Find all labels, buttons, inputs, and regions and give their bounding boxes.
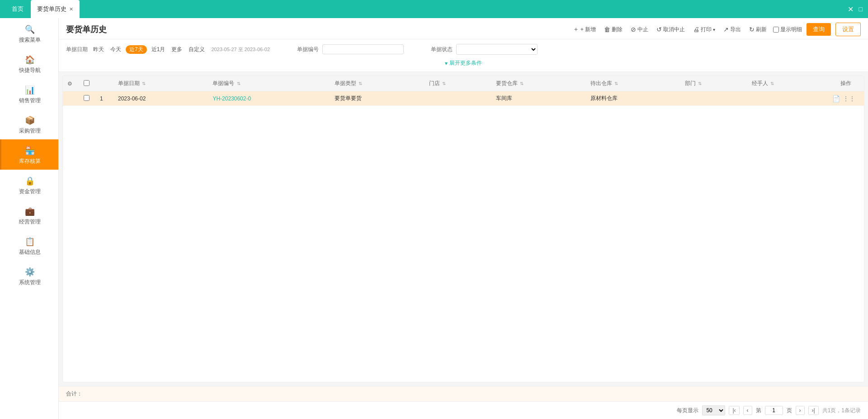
- export-icon: ↗: [723, 26, 729, 33]
- sort-doc-type-icon[interactable]: ⇅: [359, 81, 362, 86]
- prev-page-button[interactable]: ‹: [743, 406, 752, 415]
- total-info: 共1页，1条记录: [822, 407, 861, 414]
- date-btn-1month[interactable]: 近1月: [150, 45, 167, 54]
- page-size-label: 每页显示: [677, 407, 698, 414]
- sidebar-item-label: 搜索菜单: [19, 36, 41, 44]
- pagination: 每页显示 20 50 100 200 |‹ ‹ 第 页 › ›| 共1页，1条记…: [59, 401, 868, 419]
- select-all-checkbox[interactable]: [84, 80, 90, 86]
- sort-doc-no-icon[interactable]: ⇅: [237, 81, 241, 86]
- first-page-button[interactable]: |‹: [729, 406, 739, 415]
- row-checkbox[interactable]: [84, 95, 90, 101]
- sort-doc-date-icon[interactable]: ⇅: [142, 81, 146, 86]
- cancel-stop-icon: ↺: [656, 26, 662, 33]
- doc-no-input[interactable]: [322, 44, 404, 54]
- status-label: 单据状态: [431, 46, 453, 53]
- row-actions: 📄 ⋮⋮: [832, 95, 859, 102]
- refresh-button[interactable]: ↻ 刷新: [747, 25, 769, 34]
- sidebar-item-search-menu[interactable]: 🔍 搜索菜单: [0, 18, 58, 48]
- sidebar-item-ops-mgmt[interactable]: 💼 经营管理: [0, 200, 58, 230]
- table-area: ⚙ 单据日期 ⇅ 单据编号 ⇅: [62, 76, 864, 382]
- delete-button[interactable]: 🗑 删除: [602, 25, 624, 34]
- settings-gear-icon[interactable]: ⚙: [67, 81, 72, 87]
- cancel-stop-button[interactable]: ↺ 取消中止: [655, 25, 687, 34]
- td-settings: [63, 91, 79, 106]
- sidebar-item-finance-mgmt[interactable]: 🔒 资金管理: [0, 170, 58, 200]
- query-button[interactable]: 查询: [807, 23, 831, 36]
- plus-icon: ＋: [573, 25, 579, 33]
- more-action-icon[interactable]: ⋮⋮: [843, 95, 855, 102]
- sort-handler-icon[interactable]: ⇅: [770, 81, 774, 86]
- print-icon: 🖨: [693, 26, 699, 33]
- th-checkbox: [79, 76, 95, 91]
- window-maximize-icon[interactable]: □: [859, 5, 863, 13]
- layout: 🔍 搜索菜单 🏠 快捷导航 📊 销售管理 📦 采购管理 🏪 库存核算 🔒 资金管…: [0, 18, 868, 419]
- sidebar-item-label: 销售管理: [19, 97, 41, 105]
- window-close-icon[interactable]: ✕: [848, 5, 854, 14]
- purchase-mgmt-icon: 📦: [25, 115, 35, 125]
- tab-close-icon[interactable]: ✕: [69, 6, 73, 12]
- summary-label: 合计：: [66, 390, 82, 397]
- data-table: ⚙ 单据日期 ⇅ 单据编号 ⇅: [63, 76, 864, 106]
- display-detail-input[interactable]: [773, 27, 779, 33]
- td-req-warehouse: 车间库: [491, 91, 586, 106]
- new-button[interactable]: ＋ + 新增: [571, 24, 598, 34]
- setting-button[interactable]: 设置: [835, 23, 861, 36]
- sidebar: 🔍 搜索菜单 🏠 快捷导航 📊 销售管理 📦 采购管理 🏪 库存核算 🔒 资金管…: [0, 18, 59, 419]
- window-controls: ✕ □: [848, 5, 863, 14]
- status-select[interactable]: [456, 44, 538, 55]
- th-handler: 经手人 ⇅: [747, 76, 828, 91]
- page-label: 第: [756, 407, 761, 414]
- sidebar-item-quick-nav[interactable]: 🏠 快捷导航: [0, 48, 58, 79]
- tab-requisition-history[interactable]: 要货单历史 ✕: [31, 0, 80, 18]
- th-doc-no: 单据编号 ⇅: [208, 76, 330, 91]
- tab-requisition-label: 要货单历史: [37, 5, 66, 13]
- td-operation: 📄 ⋮⋮: [828, 91, 864, 106]
- date-filter-label: 单据日期: [66, 46, 88, 53]
- th-store: 门店 ⇅: [425, 76, 491, 91]
- page-unit-label: 页: [787, 407, 792, 414]
- export-button[interactable]: ↗ 导出: [722, 25, 743, 34]
- table-row: 1 2023-06-02 YH-20230602-0 要货单要货: [63, 91, 864, 106]
- th-req-warehouse: 要货仓库 ⇅: [491, 76, 586, 91]
- sidebar-item-inventory-calc[interactable]: 🏪 库存核算: [0, 139, 58, 170]
- sidebar-item-label: 采购管理: [19, 127, 41, 135]
- last-page-button[interactable]: ›|: [808, 406, 819, 415]
- page-header: 要货单历史 ＋ + 新增 🗑 删除 ⊘ 中止 ↺ 取消中止: [59, 18, 868, 39]
- print-button[interactable]: 🖨 打印 ▾: [691, 25, 717, 34]
- th-settings: ⚙: [63, 76, 79, 91]
- table-header: ⚙ 单据日期 ⇅ 单据编号 ⇅: [63, 76, 864, 91]
- filter-area: 单据日期 昨天 今天 近7天 近1月 更多 自定义 2023-05-27 至 2…: [59, 39, 868, 72]
- doc-no-link[interactable]: YH-20230602-0: [212, 95, 251, 102]
- page-input[interactable]: [765, 406, 783, 415]
- sort-department-icon[interactable]: ⇅: [698, 81, 702, 86]
- th-department: 部门 ⇅: [680, 76, 747, 91]
- footer-summary: 合计：: [59, 386, 868, 401]
- sort-pending-warehouse-icon[interactable]: ⇅: [614, 81, 618, 86]
- expand-more-btn[interactable]: ▾ 展开更多条件: [66, 57, 861, 69]
- sort-store-icon[interactable]: ⇅: [442, 81, 446, 86]
- date-btn-today[interactable]: 今天: [108, 45, 123, 54]
- date-btn-yesterday[interactable]: 昨天: [91, 45, 106, 54]
- sys-mgmt-icon: ⚙️: [25, 267, 35, 277]
- date-btn-custom[interactable]: 自定义: [187, 45, 207, 54]
- sidebar-item-purchase-mgmt[interactable]: 📦 采购管理: [0, 109, 58, 139]
- display-detail-checkbox[interactable]: 显示明细: [773, 26, 802, 33]
- tab-home[interactable]: 首页: [5, 0, 30, 18]
- date-shortcuts: 昨天 今天 近7天 近1月 更多 自定义 2023-05-27 至 2023-0…: [91, 45, 270, 54]
- sidebar-item-label: 基础信息: [19, 248, 41, 256]
- sidebar-item-sys-mgmt[interactable]: ⚙️ 系统管理: [0, 261, 58, 291]
- expand-more-icon: ▾: [445, 60, 448, 67]
- next-page-button[interactable]: ›: [796, 406, 805, 415]
- date-btn-7days[interactable]: 近7天: [126, 45, 147, 54]
- date-btn-more[interactable]: 更多: [170, 45, 184, 54]
- stop-button[interactable]: ⊘ 中止: [629, 25, 650, 34]
- sort-req-warehouse-icon[interactable]: ⇅: [520, 81, 524, 86]
- sidebar-item-basic-info[interactable]: 📋 基础信息: [0, 230, 58, 261]
- delete-icon: 🗑: [604, 26, 610, 33]
- td-checkbox: [79, 91, 95, 106]
- sidebar-item-sales-mgmt[interactable]: 📊 销售管理: [0, 79, 58, 109]
- page-size-select[interactable]: 20 50 100 200: [702, 405, 725, 415]
- view-action-icon[interactable]: 📄: [832, 95, 840, 102]
- sidebar-item-label: 资金管理: [19, 188, 41, 195]
- inventory-calc-icon: 🏪: [25, 146, 35, 156]
